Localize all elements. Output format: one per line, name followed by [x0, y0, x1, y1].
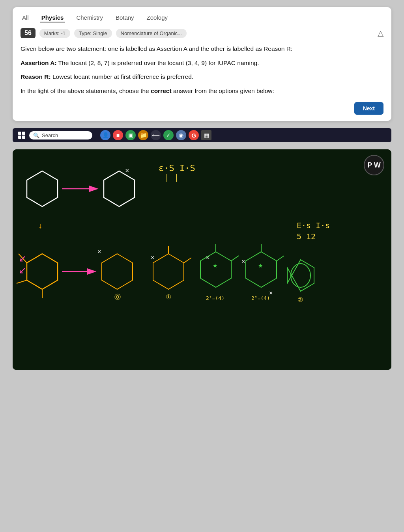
search-bar[interactable]: 🔍 Search: [29, 131, 92, 140]
tab-chemistry[interactable]: Chemistry: [75, 13, 105, 22]
taskbar-icons: 👤 ■ ▣ 📁 ⟵ ✓ ◉ G ▦: [100, 130, 211, 140]
assertion-label: Assertion A:: [21, 60, 57, 66]
marks-pill: Marks: -1: [39, 29, 70, 38]
es-is-label: ε·S I·S: [159, 163, 195, 173]
taskbar-google[interactable]: G: [189, 130, 199, 140]
windows-icon[interactable]: [18, 132, 25, 139]
next-btn-row: Next: [21, 102, 383, 115]
svg-text:②: ②: [297, 296, 303, 303]
tab-physics[interactable]: Physics: [40, 13, 65, 22]
svg-text:①: ①: [166, 293, 171, 301]
taskbar-app-7[interactable]: ▦: [201, 130, 211, 140]
type-pill: Type: Single: [74, 29, 112, 38]
search-icon: 🔍: [33, 132, 39, 138]
svg-text:×: ×: [151, 254, 154, 261]
separator-label: | |: [165, 173, 179, 182]
reason-text: Lowest locant number at first difference…: [52, 73, 193, 80]
topic-pill: Nomenclature of Organic...: [116, 29, 187, 38]
tab-bar: All Physics Chemistry Botany Zoology: [21, 13, 383, 22]
taskbar-checkmark[interactable]: ✓: [163, 130, 174, 140]
tab-zoology[interactable]: Zoology: [145, 13, 169, 22]
taskbar-app-6[interactable]: ◉: [176, 130, 186, 140]
tab-all[interactable]: All: [21, 13, 30, 22]
assertion-text: The locant (2, 8, 7) is preferred over t…: [58, 60, 259, 66]
watermark-logo: P W: [364, 155, 384, 175]
reason-para: Reason R: Lowest locant number at first …: [21, 72, 383, 82]
assertion-para: Assertion A: The locant (2, 8, 7) is pre…: [21, 58, 383, 68]
instruction-para: In the light of the above statements, ch…: [21, 86, 383, 96]
chemistry-diagram: ε·S I·S | | E·s I·s 5 12 × ↙ ↙: [13, 149, 391, 370]
svg-text:2²=(4): 2²=(4): [251, 295, 270, 301]
svg-text:⓪: ⓪: [114, 293, 121, 301]
alert-icon: △: [378, 28, 383, 38]
taskbar-app-3[interactable]: ▣: [125, 130, 136, 140]
svg-text:×: ×: [125, 167, 129, 175]
svg-text:2²=(4): 2²=(4): [206, 295, 224, 301]
svg-text:↙: ↙: [19, 265, 26, 275]
reason-label: Reason R:: [21, 73, 51, 80]
svg-text:↙: ↙: [19, 253, 26, 264]
question-body: Given below are two statement: one is la…: [21, 44, 383, 96]
question-number: 56: [21, 28, 36, 38]
taskbar-app-4[interactable]: 📁: [138, 130, 148, 140]
values-label: 5 12: [297, 232, 316, 241]
taskbar: 🔍 Search 👤 ■ ▣ 📁 ⟵ ✓ ◉ G ▦: [13, 128, 391, 142]
question-meta: 56 Marks: -1 Type: Single Nomenclature o…: [21, 28, 383, 38]
svg-text:↓: ↓: [38, 221, 42, 230]
search-label: Search: [42, 132, 58, 138]
svg-text:×: ×: [97, 248, 101, 255]
svg-text:★: ★: [213, 262, 218, 269]
next-button[interactable]: Next: [354, 102, 383, 115]
taskbar-app-1[interactable]: 👤: [100, 130, 110, 140]
bottom-panel: P W ε·S I·S | | E·s I·s 5 12 ×: [13, 149, 391, 370]
taskbar-app-5[interactable]: ⟵: [151, 130, 161, 140]
svg-text:×: ×: [241, 258, 245, 265]
svg-text:★: ★: [258, 262, 263, 269]
body-intro: Given below are two statement: one is la…: [21, 44, 383, 54]
top-panel: All Physics Chemistry Botany Zoology 56 …: [13, 7, 391, 121]
taskbar-app-2[interactable]: ■: [113, 130, 123, 140]
tab-botany[interactable]: Botany: [114, 13, 136, 22]
es-right-label: E·s I·s: [297, 221, 330, 230]
